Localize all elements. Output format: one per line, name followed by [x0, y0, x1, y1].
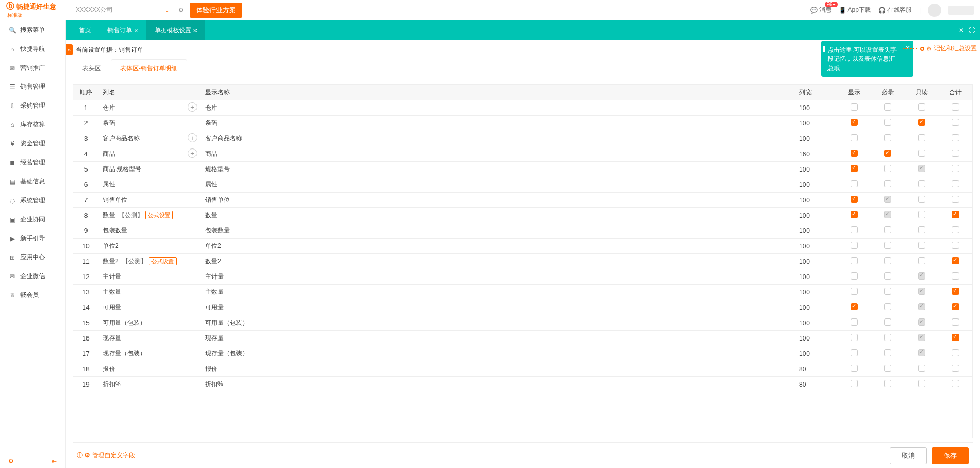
sidebar-item-14[interactable]: ♕畅会员	[0, 286, 65, 305]
inner-tab-0[interactable]: 表头区	[73, 59, 111, 77]
checkbox[interactable]	[851, 211, 858, 218]
checkbox[interactable]	[851, 349, 858, 356]
sidebar-item-8[interactable]: ▤基础信息	[0, 172, 65, 191]
tab-close-icon[interactable]: ×	[193, 27, 198, 34]
checkbox[interactable]	[952, 165, 959, 172]
sidebar-item-11[interactable]: ▶新手引导	[0, 229, 65, 248]
checkbox[interactable]	[884, 380, 891, 387]
sidebar-item-13[interactable]: ✉企业微信	[0, 267, 65, 286]
checkbox[interactable]	[884, 365, 891, 372]
sidebar-item-2[interactable]: ✉营销推广	[0, 58, 65, 77]
checkbox[interactable]	[884, 349, 891, 356]
avatar[interactable]	[928, 4, 941, 17]
checkbox[interactable]	[918, 242, 925, 249]
tab-2[interactable]: 单据模板设置×	[146, 20, 206, 40]
inner-tab-1[interactable]: 表体区-销售订单明细	[111, 59, 187, 77]
gear-icon[interactable]: ⚙	[178, 7, 184, 14]
checkbox[interactable]	[851, 288, 858, 295]
checkbox[interactable]	[851, 272, 858, 280]
settings-icon[interactable]: ⚙	[8, 458, 14, 465]
checkbox[interactable]	[952, 134, 959, 141]
checkbox[interactable]	[851, 318, 858, 326]
formula-link[interactable]: 公式设置	[145, 211, 173, 219]
checkbox[interactable]	[884, 150, 891, 157]
sidebar-item-7[interactable]: ≣经营管理	[0, 153, 65, 172]
checkbox[interactable]	[952, 349, 959, 356]
manage-custom-fields-link[interactable]: ⓘ ⚙ 管理自定义字段	[77, 451, 135, 460]
add-icon[interactable]: +	[188, 148, 197, 158]
checkbox[interactable]	[884, 257, 891, 264]
checkbox[interactable]	[952, 196, 959, 203]
company-select[interactable]: XXXXXX公司⌄	[72, 4, 174, 17]
checkbox[interactable]	[918, 365, 925, 372]
checkbox[interactable]	[952, 226, 959, 233]
checkbox[interactable]	[952, 119, 959, 126]
app-download-link[interactable]: 📱App下载	[839, 6, 871, 14]
checkbox[interactable]	[918, 180, 925, 187]
checkbox[interactable]	[851, 303, 858, 310]
checkbox[interactable]	[884, 165, 891, 172]
checkbox[interactable]	[884, 272, 891, 280]
checkbox[interactable]	[851, 196, 858, 203]
checkbox[interactable]	[851, 180, 858, 187]
checkbox[interactable]	[884, 226, 891, 233]
checkbox[interactable]	[952, 180, 959, 187]
checkbox[interactable]	[918, 150, 925, 157]
checkbox[interactable]	[952, 318, 959, 326]
checkbox[interactable]	[918, 196, 925, 203]
checkbox[interactable]	[952, 272, 959, 280]
checkbox[interactable]	[918, 257, 925, 264]
sidebar-item-3[interactable]: ☰销售管理	[0, 77, 65, 96]
sidebar-item-4[interactable]: ⇩采购管理	[0, 96, 65, 115]
checkbox[interactable]	[851, 134, 858, 141]
close-all-tabs-icon[interactable]: ✕	[959, 27, 964, 34]
checkbox[interactable]	[952, 103, 959, 111]
sidebar-item-10[interactable]: ▣企业协同	[0, 210, 65, 229]
sidebar-item-12[interactable]: ⊞应用中心	[0, 248, 65, 267]
checkbox[interactable]	[851, 150, 858, 157]
checkbox[interactable]	[918, 119, 925, 126]
checkbox[interactable]	[952, 288, 959, 295]
checkbox[interactable]	[918, 380, 925, 387]
checkbox[interactable]	[884, 119, 891, 126]
add-icon[interactable]: +	[188, 133, 197, 142]
collapse-handle[interactable]: »	[66, 44, 73, 55]
checkbox[interactable]	[918, 211, 925, 218]
experience-button[interactable]: 体验行业方案	[190, 3, 242, 18]
sidebar-item-9[interactable]: ◌系统管理	[0, 191, 65, 210]
checkbox[interactable]	[918, 103, 925, 111]
checkbox[interactable]	[952, 242, 959, 249]
online-service-link[interactable]: 🎧在线客服	[878, 6, 912, 14]
checkbox[interactable]	[884, 103, 891, 111]
checkbox[interactable]	[952, 211, 959, 218]
checkbox[interactable]	[884, 334, 891, 341]
checkbox[interactable]	[918, 226, 925, 233]
checkbox[interactable]	[952, 303, 959, 310]
sidebar-item-0[interactable]: 🔍搜索菜单	[0, 20, 65, 39]
checkbox[interactable]	[884, 134, 891, 141]
checkbox[interactable]	[952, 365, 959, 372]
checkbox[interactable]	[851, 334, 858, 341]
checkbox[interactable]	[884, 180, 891, 187]
tab-0[interactable]: 首页	[71, 20, 99, 40]
checkbox[interactable]	[952, 150, 959, 157]
add-icon[interactable]: +	[188, 102, 197, 112]
checkbox[interactable]	[851, 165, 858, 172]
checkbox[interactable]	[884, 303, 891, 310]
checkbox[interactable]	[851, 242, 858, 249]
collapse-sidebar-icon[interactable]: ⇤	[52, 458, 57, 465]
checkbox[interactable]	[884, 242, 891, 249]
checkbox[interactable]	[884, 288, 891, 295]
tab-1[interactable]: 销售订单×	[99, 20, 146, 40]
checkbox[interactable]	[918, 134, 925, 141]
sidebar-item-5[interactable]: ⌂库存核算	[0, 115, 65, 134]
sidebar-item-1[interactable]: ⌂快捷导航	[0, 39, 65, 58]
tab-close-icon[interactable]: ×	[134, 27, 138, 34]
checkbox[interactable]	[851, 365, 858, 372]
checkbox[interactable]	[952, 257, 959, 264]
checkbox[interactable]	[851, 119, 858, 126]
messages-link[interactable]: 💬消息99+	[810, 6, 832, 14]
sidebar-item-6[interactable]: ¥资金管理	[0, 134, 65, 153]
save-button[interactable]: 保存	[932, 447, 969, 464]
checkbox[interactable]	[884, 318, 891, 326]
